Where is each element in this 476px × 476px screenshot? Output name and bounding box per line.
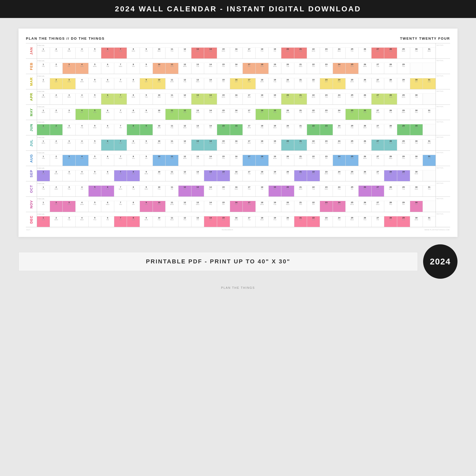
day-cell-dec-23: 23MON bbox=[320, 216, 333, 227]
day-cell-aug-1: 1THU bbox=[37, 155, 50, 166]
days-row-jul: 1MON2TUE3WED4THU5FRI6SAT7SUN8MON9TUE10WE… bbox=[37, 140, 436, 150]
day-number: 9 bbox=[146, 125, 147, 127]
day-cell-jul-18: 18THU bbox=[256, 140, 269, 150]
day-number: 23 bbox=[325, 125, 327, 127]
day-number: 9 bbox=[146, 155, 147, 158]
day-cell-mar-11: 11MON bbox=[166, 78, 178, 89]
day-name: WED bbox=[67, 97, 71, 98]
day-name: THU bbox=[132, 158, 135, 159]
day-name: MON bbox=[350, 81, 354, 83]
day-number: 4 bbox=[81, 48, 83, 50]
day-name: WED bbox=[248, 97, 251, 98]
day-name: SUN bbox=[312, 173, 315, 175]
day-cell-feb-5: 5MON bbox=[89, 63, 102, 74]
day-name: SAT bbox=[119, 219, 122, 221]
day-name: FRI bbox=[81, 189, 83, 190]
day-cell-oct-14: 14MON bbox=[204, 186, 217, 196]
day-number: 21 bbox=[299, 186, 302, 188]
day-name: WED bbox=[132, 112, 135, 113]
day-number: 18 bbox=[261, 94, 263, 96]
day-number: 16 bbox=[235, 155, 237, 158]
day-name: THU bbox=[351, 97, 354, 98]
day-cell-feb-27: 27TUE bbox=[372, 63, 385, 74]
day-name: THU bbox=[299, 81, 302, 83]
day-cell-aug-5: 5MON bbox=[89, 155, 102, 166]
day-cell-sep-1: 1SUN bbox=[37, 170, 50, 181]
focus-label: FOCUS. bbox=[38, 198, 45, 200]
day-name: WED bbox=[286, 81, 290, 83]
day-cell-jan-5: 5FRI bbox=[89, 48, 102, 58]
month-row-oct: OCTFOCUS.1TUE2WED3THU4FRI5SAT6SUN7MON8TU… bbox=[26, 181, 450, 196]
day-cell-may-28: 28TUE bbox=[384, 109, 397, 120]
day-name: SUN bbox=[389, 97, 392, 98]
day-cell-aug-22: 22THU bbox=[307, 155, 320, 166]
day-name: WED bbox=[54, 189, 58, 190]
day-cell-may-13: 13MON bbox=[191, 109, 204, 120]
day-cell-jan-11: 11THU bbox=[166, 48, 178, 58]
day-name: TUE bbox=[55, 51, 58, 52]
day-name: MON bbox=[402, 143, 405, 144]
day-name: TUE bbox=[93, 81, 96, 83]
day-cell-feb-4: 4SUN bbox=[76, 63, 89, 74]
day-cell-nov-19: 19TUE bbox=[269, 201, 282, 212]
day-name: SUN bbox=[338, 81, 341, 83]
day-number: 26 bbox=[364, 109, 366, 112]
day-cell-jun-12: 12WED bbox=[178, 124, 191, 135]
day-name: TUE bbox=[119, 112, 122, 113]
day-name: MON bbox=[93, 66, 97, 67]
day-number: 27 bbox=[377, 109, 379, 112]
focus-label: FOCUS. bbox=[38, 106, 45, 108]
month-label-aug: AUG bbox=[29, 154, 33, 163]
day-cell-jul-13: 13SAT bbox=[191, 140, 204, 150]
day-name: FRI bbox=[390, 127, 392, 129]
day-name: FRI bbox=[235, 66, 237, 67]
focus-row-mar: FOCUS. bbox=[37, 74, 436, 78]
day-number: 19 bbox=[274, 79, 276, 81]
day-cell-dec-26: 26THU bbox=[359, 216, 372, 227]
day-cell-nov-16: 16SAT bbox=[230, 201, 243, 212]
day-cell-mar-30: 30SAT bbox=[410, 78, 423, 89]
day-number: 7 bbox=[120, 94, 121, 96]
day-number: 16 bbox=[235, 125, 237, 127]
day-name: WED bbox=[170, 173, 174, 175]
day-cell-feb-12: 12MON bbox=[178, 63, 191, 74]
day-number: 7 bbox=[120, 48, 121, 50]
day-name: MON bbox=[273, 66, 277, 67]
day-number: 1 bbox=[43, 202, 44, 204]
day-number: 20 bbox=[287, 171, 289, 173]
day-number: 12 bbox=[184, 94, 186, 96]
day-name: SUN bbox=[55, 127, 58, 129]
day-number: 2 bbox=[56, 79, 57, 81]
day-name: FRI bbox=[377, 219, 379, 221]
day-cell-apr-3: 3WED bbox=[63, 94, 76, 104]
day-name: MON bbox=[376, 112, 379, 113]
day-number: 27 bbox=[377, 202, 379, 204]
day-name: TUE bbox=[235, 51, 238, 52]
day-number: 18 bbox=[261, 48, 263, 50]
day-number: 15 bbox=[222, 63, 225, 66]
day-name: SUN bbox=[67, 204, 71, 205]
day-name: TUE bbox=[415, 51, 418, 52]
day-cell-sep-17: 17TUE bbox=[243, 170, 256, 181]
day-number: 19 bbox=[274, 109, 276, 112]
month-label-col-jul: JUL bbox=[26, 135, 37, 150]
day-name: SAT bbox=[286, 97, 289, 98]
day-cell-jan-3: 3WED bbox=[63, 48, 76, 58]
day-cell-sep-5: 5THU bbox=[89, 170, 102, 181]
day-number: 15 bbox=[222, 140, 225, 142]
day-number: 24 bbox=[338, 109, 340, 112]
day-number: 10 bbox=[158, 171, 160, 173]
month-label-col-mar: MAR bbox=[26, 74, 37, 89]
month-row-dec: DECFOCUS.1SUN2MON3TUE4WED5THU6FRI7SAT8SU… bbox=[26, 212, 450, 227]
day-number: 23 bbox=[325, 140, 327, 142]
day-name: MON bbox=[402, 97, 405, 98]
day-cell-aug-14: 14WED bbox=[204, 155, 217, 166]
day-name: MON bbox=[312, 97, 315, 98]
day-cell-oct-19: 19SAT bbox=[269, 186, 282, 196]
day-number: 16 bbox=[235, 94, 237, 96]
day-name: MON bbox=[260, 81, 264, 83]
day-name: TUE bbox=[42, 189, 45, 190]
day-number: 30 bbox=[415, 94, 418, 96]
day-cell-oct-31: 31THU bbox=[423, 186, 436, 196]
day-cell-oct-17: 17THU bbox=[243, 186, 256, 196]
